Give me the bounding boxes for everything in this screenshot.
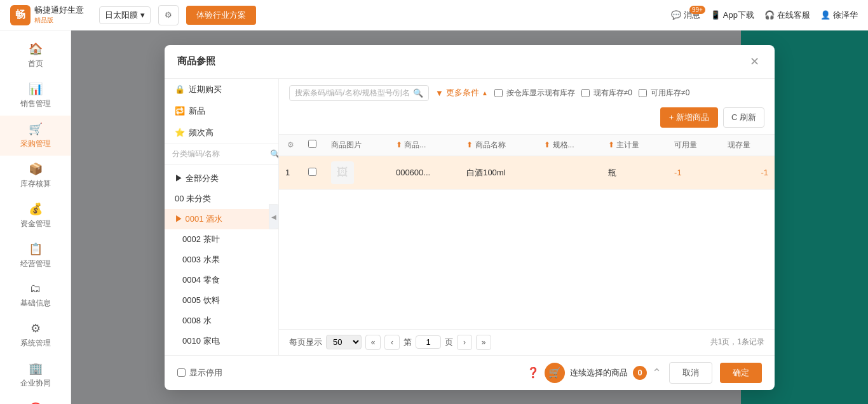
filter-icon: ▼ bbox=[435, 88, 444, 98]
sidebar-item-inventory[interactable]: 📦 库存核算 bbox=[0, 156, 71, 196]
sidebar-item-basic-info[interactable]: 🗂 基础信息 bbox=[0, 276, 71, 315]
column-settings-icon[interactable]: ⚙ bbox=[287, 140, 294, 149]
search-icon: 🔍 bbox=[413, 88, 423, 98]
nav-selector[interactable]: 日太阳膜 ▾ bbox=[99, 6, 151, 24]
cat-item-tea[interactable]: 0002 茶叶 bbox=[165, 229, 278, 250]
phone-icon: 📱 bbox=[710, 10, 721, 20]
messages-badge: 99+ bbox=[689, 6, 705, 14]
confirm-button[interactable]: 确定 bbox=[720, 363, 762, 383]
app-download-button[interactable]: 📱 App下载 bbox=[710, 10, 754, 21]
per-page-select[interactable]: 50 20 100 bbox=[326, 335, 362, 349]
cat-item-all[interactable]: ▶ 全部分类 bbox=[165, 168, 278, 189]
sidebar-item-enterprise[interactable]: 🏢 企业协同 bbox=[0, 355, 71, 395]
cat-item-water[interactable]: 0008 水 bbox=[165, 311, 278, 331]
th-image: 商品图片 bbox=[325, 135, 390, 156]
sidebar-item-guide[interactable]: 🎯 新手引导 bbox=[0, 395, 71, 404]
td-index: 1 bbox=[279, 156, 302, 189]
th-checkbox bbox=[302, 135, 325, 156]
warehouse-stock-filter[interactable]: 按仓库显示现有库存 bbox=[494, 88, 575, 98]
row-checkbox[interactable] bbox=[308, 168, 316, 176]
pagination-bar: 每页显示 50 20 100 « ‹ 第 页 › bbox=[279, 329, 775, 355]
user-menu[interactable]: 👤 徐泽华 bbox=[820, 10, 858, 21]
modal-footer: 显示停用 ❓ 🛒 连续选择的商品 0 ⌃ 取消 确定 bbox=[165, 355, 775, 390]
show-disabled-checkbox[interactable] bbox=[177, 368, 186, 377]
more-filters-button[interactable]: ▼ 更多条件 ▲ bbox=[435, 87, 488, 98]
table-row[interactable]: 1 🖼 00 bbox=[279, 156, 775, 189]
modal-product-ref: 商品参照 ✕ 🔒 近期购买 🔁 bbox=[165, 45, 775, 390]
message-icon: 💬 bbox=[671, 10, 681, 20]
inventory-icon: 📦 bbox=[29, 162, 43, 176]
modal-title: 商品参照 bbox=[177, 55, 215, 67]
cancel-button[interactable]: 取消 bbox=[669, 362, 712, 384]
product-image: 🖼 bbox=[331, 161, 354, 184]
basic-info-icon: 🗂 bbox=[30, 282, 41, 295]
refresh-button[interactable]: C 刷新 bbox=[723, 107, 764, 128]
avatar: 👤 bbox=[820, 10, 831, 20]
sort-icon: ⬆ bbox=[396, 140, 402, 149]
product-table: ⚙ 商品图片 bbox=[279, 135, 775, 190]
purchase-icon: 🛒 bbox=[29, 122, 43, 136]
available-nonzero-filter[interactable]: 可用库存≠0 bbox=[639, 88, 689, 98]
select-all-checkbox[interactable] bbox=[308, 140, 316, 148]
cart-count-badge: 0 bbox=[633, 366, 647, 380]
help-icon[interactable]: ❓ bbox=[527, 367, 539, 379]
td-unit: 瓶 bbox=[602, 156, 668, 189]
operations-icon: 📋 bbox=[29, 242, 43, 256]
messages-button[interactable]: 💬 消息 99+ bbox=[671, 10, 700, 21]
industry-solution-button[interactable]: 体验行业方案 bbox=[186, 6, 256, 25]
modal-close-button[interactable]: ✕ bbox=[747, 54, 762, 69]
td-image: 🖼 bbox=[325, 156, 390, 189]
cat-item-beverage[interactable]: 0005 饮料 bbox=[165, 290, 278, 311]
collapse-panel-button[interactable]: ◀ bbox=[269, 204, 279, 229]
product-search-input[interactable] bbox=[295, 88, 409, 97]
page-info: 共1页，1条记录 bbox=[710, 337, 764, 347]
next-page-button[interactable]: › bbox=[457, 335, 472, 350]
sidebar-item-purchase[interactable]: 🛒 采购管理 bbox=[0, 116, 71, 156]
quick-list: 🔒 近期购买 🔁 新品 ⭐ 频次高 bbox=[165, 79, 278, 144]
sidebar-item-finance[interactable]: 💰 资金管理 bbox=[0, 196, 71, 236]
sidebar-item-sales[interactable]: 📊 销售管理 bbox=[0, 76, 71, 116]
nav-right: 💬 消息 99+ 📱 App下载 🎧 在线客服 👤 徐泽华 bbox=[671, 10, 858, 21]
page-number-input[interactable] bbox=[416, 335, 441, 349]
quick-item-frequent[interactable]: ⭐ 频次高 bbox=[165, 122, 278, 144]
quick-item-new[interactable]: 🔁 新品 bbox=[165, 100, 278, 122]
cat-item-appliance[interactable]: 0010 家电 bbox=[165, 331, 278, 351]
stock-nonzero-filter[interactable]: 现有库存≠0 bbox=[581, 88, 632, 98]
cat-item-liquor[interactable]: ▶ 0001 酒水 bbox=[165, 209, 278, 229]
stock-nonzero-checkbox[interactable] bbox=[581, 89, 590, 97]
show-disabled-label[interactable]: 显示停用 bbox=[177, 367, 222, 379]
th-unit: ⬆ 主计量 bbox=[602, 135, 668, 156]
sidebar-item-system[interactable]: ⚙ 系统管理 bbox=[0, 315, 71, 355]
add-product-button[interactable]: + 新增商品 bbox=[660, 107, 718, 128]
th-stock: 现存量 bbox=[721, 135, 775, 156]
quick-item-recent[interactable]: 🔒 近期购买 bbox=[165, 79, 278, 100]
warehouse-stock-checkbox[interactable] bbox=[494, 89, 503, 97]
filter-buttons: + 新增商品 C 刷新 bbox=[660, 107, 764, 128]
product-search-box: 🔍 bbox=[289, 85, 429, 101]
headset-icon: 🎧 bbox=[764, 10, 775, 20]
enterprise-icon: 🏢 bbox=[29, 361, 43, 375]
chevron-down-icon: ▾ bbox=[140, 10, 145, 20]
cat-item-uncategorized[interactable]: 00 未分类 bbox=[165, 189, 278, 209]
cart-collapse-button[interactable]: ⌃ bbox=[652, 366, 661, 380]
sidebar-item-home[interactable]: 🏠 首页 bbox=[0, 36, 71, 76]
gear-button[interactable]: ⚙ bbox=[158, 5, 179, 25]
filter-bar: 🔍 ▼ 更多条件 ▲ 按仓库显示现有库存 bbox=[279, 79, 775, 135]
logo-icon: 畅 bbox=[10, 5, 31, 25]
td-spec bbox=[538, 156, 602, 189]
finance-icon: 💰 bbox=[29, 202, 43, 216]
prev-page-button[interactable]: ‹ bbox=[384, 335, 400, 350]
search-icon: 🔍 bbox=[270, 149, 279, 159]
online-service-button[interactable]: 🎧 在线客服 bbox=[764, 10, 810, 21]
cat-item-snack[interactable]: 0004 零食 bbox=[165, 270, 278, 290]
category-tree: ▶ 全部分类 00 未分类 ▶ 0001 酒水 0002 茶叶 bbox=[165, 165, 278, 355]
sidebar-item-operations[interactable]: 📋 经营管理 bbox=[0, 236, 71, 276]
category-search-input[interactable] bbox=[172, 149, 268, 158]
td-checkbox bbox=[302, 156, 325, 189]
last-page-button[interactable]: » bbox=[476, 335, 491, 350]
cat-item-fruit[interactable]: 0003 水果 bbox=[165, 250, 278, 270]
cart-icon[interactable]: 🛒 bbox=[545, 363, 565, 383]
first-page-button[interactable]: « bbox=[365, 335, 381, 350]
available-nonzero-checkbox[interactable] bbox=[639, 89, 647, 97]
content-area: 商品参照 ✕ 🔒 近期购买 🔁 bbox=[71, 30, 868, 404]
